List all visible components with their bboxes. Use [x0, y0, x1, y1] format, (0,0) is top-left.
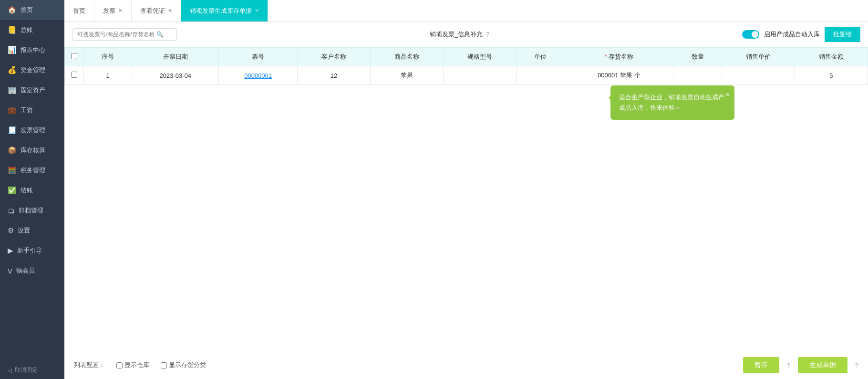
sidebar-item-tax[interactable]: 🧮 税务管理: [0, 160, 64, 180]
row-seq: 1: [84, 66, 132, 85]
row-checkbox[interactable]: [71, 72, 77, 78]
row-date: 2023-03-04: [132, 66, 219, 85]
tab-invoice-label: 发票: [103, 7, 115, 15]
tab-voucher-label: 查看凭证: [140, 7, 165, 15]
header-date: 开票日期: [132, 48, 219, 66]
tooltip-text: 适合生产型企业，销项发票自动生成产成品入库，快来体验～: [619, 94, 724, 111]
sidebar-item-invoice-mgmt[interactable]: 🧾 发票管理: [0, 120, 64, 140]
generate-button[interactable]: 生成单据: [798, 357, 847, 373]
content-area: 🔍 销项发票_信息补充 ? 启用产成品自动入库 批量结: [64, 22, 868, 379]
header-customer: 客户名称: [297, 48, 370, 66]
sidebar-label-home: 首页: [21, 6, 33, 14]
table-wrapper: 序号 开票日期 票号 客户名称 商品名称 规格型号 单位 * 存货名称 数量 销…: [64, 47, 868, 351]
header-checkbox[interactable]: [65, 48, 84, 66]
sidebar-item-settings[interactable]: ⚙ 设置: [0, 221, 64, 241]
tab-home-label: 首页: [73, 7, 85, 15]
help-icon[interactable]: ?: [486, 31, 489, 38]
list-config-label: 列表配置：: [74, 361, 105, 369]
bottom-actions: 暂存 ? 生成单据 ?: [743, 357, 858, 373]
sidebar-label-inventory: 库存核算: [21, 146, 45, 155]
toggle-label: 启用产成品自动入库: [764, 30, 820, 39]
ticket-no-link[interactable]: 00000001: [244, 72, 272, 79]
header-unit: 单位: [517, 48, 565, 66]
table-header-row: 序号 开票日期 票号 客户名称 商品名称 规格型号 单位 * 存货名称 数量 销…: [65, 48, 868, 66]
toolbar-right: 启用产成品自动入库 批量结: [742, 27, 860, 42]
reports-icon: 📊: [8, 46, 17, 54]
main-area: 首页 发票 ✕ 查看凭证 ✕ 销项发票生成库存单据 ✕ 🔍 销项发票_信息补充: [64, 0, 868, 379]
funds-icon: 💰: [8, 66, 17, 74]
sidebar-item-inventory[interactable]: 📦 库存核算: [0, 140, 64, 160]
row-product: 苹果: [371, 66, 444, 85]
tab-voucher[interactable]: 查看凭证 ✕: [132, 0, 181, 21]
show-warehouse-label[interactable]: 显示仓库: [116, 361, 149, 369]
row-checkbox-cell[interactable]: [65, 66, 84, 85]
toolbar: 🔍 销项发票_信息补充 ? 启用产成品自动入库 批量结: [64, 22, 868, 47]
sidebar-label-invoice-mgmt: 发票管理: [21, 126, 45, 135]
select-all-checkbox[interactable]: [71, 53, 77, 59]
show-category-checkbox[interactable]: [161, 362, 167, 368]
tab-stock-bill[interactable]: 销项发票生成库存单据 ✕: [181, 0, 268, 21]
sidebar-label-guide: 新手引导: [17, 246, 42, 255]
toggle-switch[interactable]: [742, 30, 759, 39]
tab-invoice[interactable]: 发票 ✕: [94, 0, 132, 21]
row-quantity: [673, 66, 722, 85]
home-icon: 🏠: [8, 6, 17, 14]
tooltip-popup: × 适合生产型企业，销项发票自动生成产成品入库，快来体验～: [610, 85, 734, 120]
show-category-label[interactable]: 显示存货分类: [161, 361, 206, 369]
sidebar-label-tax: 税务管理: [21, 166, 45, 175]
show-warehouse-text: 显示仓库: [124, 361, 149, 369]
header-unit-price: 销售单价: [722, 48, 795, 66]
header-quantity: 数量: [673, 48, 722, 66]
header-spec: 规格型号: [444, 48, 517, 66]
header-stock-name: * 存货名称: [565, 48, 673, 66]
batch-button[interactable]: 批量结: [825, 27, 860, 42]
search-box: 🔍: [72, 28, 177, 41]
sidebar-item-archive[interactable]: 🗂 归档管理: [0, 200, 64, 221]
sidebar-item-funds[interactable]: 💰 资金管理: [0, 60, 64, 80]
sidebar-label-funds: 资金管理: [21, 66, 45, 74]
sidebar-unpin[interactable]: ◁ 取消固定: [0, 361, 64, 379]
settlement-icon: ✅: [8, 186, 17, 195]
sidebar-label-assets: 固定资产: [21, 86, 45, 95]
tab-stock-bill-close[interactable]: ✕: [255, 8, 259, 14]
sidebar-item-settlement[interactable]: ✅ 结账: [0, 180, 64, 200]
sidebar-item-assets[interactable]: 🏢 固定资产: [0, 80, 64, 100]
tab-home[interactable]: 首页: [64, 0, 94, 21]
header-amount: 销售金额: [795, 48, 868, 66]
row-unit-price: [722, 66, 795, 85]
settings-icon: ⚙: [8, 226, 14, 235]
search-input[interactable]: [77, 31, 154, 38]
sidebar-label-member: 畅会员: [16, 266, 35, 275]
save-help-icon[interactable]: ?: [787, 362, 790, 369]
generate-help-icon[interactable]: ?: [855, 362, 858, 369]
sidebar-item-payroll[interactable]: 💼 工资: [0, 100, 64, 120]
sidebar-item-guide[interactable]: ▶ 新手引导: [0, 241, 64, 261]
header-ticket-no: 票号: [219, 48, 298, 66]
search-icon[interactable]: 🔍: [156, 31, 164, 38]
row-unit: [517, 66, 565, 85]
sidebar-item-ledger[interactable]: 📒 总账: [0, 20, 64, 40]
inventory-icon: 📦: [8, 146, 17, 155]
tab-bar: 首页 发票 ✕ 查看凭证 ✕ 销项发票生成库存单据 ✕: [64, 0, 868, 22]
main-table: 序号 开票日期 票号 客户名称 商品名称 规格型号 单位 * 存货名称 数量 销…: [64, 47, 868, 85]
row-ticket-no[interactable]: 00000001: [219, 66, 298, 85]
save-button[interactable]: 暂存: [743, 357, 779, 373]
header-product: 商品名称: [371, 48, 444, 66]
sidebar-label-settlement: 结账: [21, 186, 33, 195]
sidebar-item-home[interactable]: 🏠 首页: [0, 0, 64, 20]
center-label: 销项发票_信息补充: [430, 30, 483, 39]
sidebar-item-reports[interactable]: 📊 报表中心: [0, 40, 64, 60]
show-warehouse-checkbox[interactable]: [116, 362, 123, 368]
tab-voucher-close[interactable]: ✕: [168, 8, 172, 14]
tab-invoice-close[interactable]: ✕: [118, 8, 123, 14]
sidebar-item-member[interactable]: V 畅会员: [0, 261, 64, 281]
row-stock-name: 000001 苹果 个: [565, 66, 673, 85]
sidebar-label-ledger: 总账: [21, 26, 33, 34]
guide-icon: ▶: [8, 246, 13, 255]
payroll-icon: 💼: [8, 106, 17, 115]
tax-icon: 🧮: [8, 166, 17, 175]
sidebar-label-settings: 设置: [18, 226, 30, 235]
member-icon: V: [8, 267, 12, 275]
ledger-icon: 📒: [8, 26, 17, 34]
tooltip-close[interactable]: ×: [726, 89, 730, 101]
